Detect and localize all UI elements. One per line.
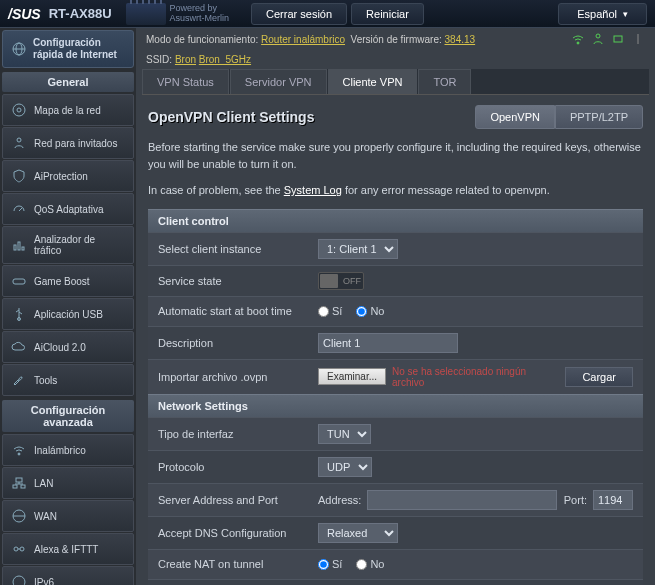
address-input[interactable] (367, 490, 557, 510)
wrench-icon (11, 372, 27, 388)
model-name: RT-AX88U (49, 6, 112, 21)
wan-icon (11, 508, 27, 524)
ssid1[interactable]: Bron (175, 54, 196, 65)
svg-rect-16 (21, 485, 25, 488)
svg-rect-7 (14, 245, 16, 250)
sidebar-item-gameboost[interactable]: Game Boost (2, 265, 134, 297)
main: Modo de funcionamiento: Router inalámbri… (136, 28, 655, 585)
autostart-yes[interactable] (318, 306, 329, 317)
svg-rect-9 (22, 247, 24, 250)
user-status-icon[interactable] (591, 32, 605, 46)
sidebar-item-usb[interactable]: Aplicación USB (2, 298, 134, 330)
svg-point-5 (17, 138, 21, 142)
openvpn-button[interactable]: OpenVPN (475, 105, 555, 129)
autostart-no[interactable] (356, 306, 367, 317)
nat-radio: Sí No (318, 558, 384, 570)
mode-link[interactable]: Router inalámbrico (261, 34, 345, 45)
ssid2[interactable]: Bron_5GHz (199, 54, 251, 65)
svg-line-6 (19, 208, 22, 211)
firmware-link[interactable]: 384.13 (445, 34, 476, 45)
svg-rect-14 (16, 478, 22, 482)
container: Configuración rápida de Internet General… (0, 28, 655, 585)
browse-button[interactable]: Examinar... (318, 368, 386, 385)
page-head: OpenVPN Client Settings OpenVPN PPTP/L2T… (148, 105, 643, 129)
alexa-icon (11, 541, 27, 557)
sidebar-item-aiprotection[interactable]: AiProtection (2, 160, 134, 192)
dns-select[interactable]: Relaxed (318, 523, 398, 543)
quick-setup-button[interactable]: Configuración rápida de Internet (2, 30, 134, 68)
section-general: General (2, 72, 134, 92)
powered-by: Powered by Asuswrt-Merlin (170, 4, 230, 24)
nat-yes[interactable] (318, 559, 329, 570)
section-client-control: Client control (148, 209, 643, 232)
sidebar-item-network-map[interactable]: Mapa de la red (2, 94, 134, 126)
sidebar: Configuración rápida de Internet General… (0, 28, 136, 585)
port-input[interactable] (593, 490, 633, 510)
sidebar-item-guest[interactable]: Red para invitados (2, 127, 134, 159)
proto-label: Protocolo (158, 461, 318, 473)
tab-vpn-client[interactable]: Cliente VPN (328, 69, 418, 94)
instance-label: Select client instance (158, 243, 318, 255)
sidebar-item-ipv6[interactable]: IPv6 (2, 566, 134, 585)
iface-select[interactable]: TUN (318, 424, 371, 444)
import-label: Importar archivo .ovpn (158, 371, 318, 383)
reboot-button[interactable]: Reiniciar (351, 3, 424, 25)
section-network: Network Settings (148, 394, 643, 417)
svg-rect-10 (13, 279, 25, 284)
sidebar-item-lan[interactable]: LAN (2, 467, 134, 499)
logout-button[interactable]: Cerrar sesión (251, 3, 347, 25)
gamepad-icon (11, 273, 27, 289)
protocol-buttons: OpenVPN PPTP/L2TP (475, 105, 643, 129)
sidebar-item-aicloud[interactable]: AiCloud 2.0 (2, 331, 134, 363)
eth-status-icon[interactable] (611, 32, 625, 46)
top-buttons: Cerrar sesión Reiniciar (249, 3, 426, 25)
wifi-status-icon[interactable] (571, 32, 585, 46)
nat-label: Create NAT on tunnel (158, 558, 318, 570)
autostart-label: Automatic start at boot time (158, 305, 318, 317)
svg-point-22 (20, 547, 24, 551)
svg-point-26 (577, 42, 579, 44)
description-1: Before starting the service make sure yo… (148, 139, 643, 172)
svg-rect-28 (614, 36, 622, 42)
status-icons (571, 32, 645, 46)
lan-icon (11, 475, 27, 491)
state-label: Service state (158, 275, 318, 287)
ssid-bar: SSID: Bron Bron_5GHz (136, 50, 655, 69)
svg-point-4 (17, 108, 21, 112)
description-input[interactable] (318, 333, 458, 353)
svg-point-27 (596, 34, 600, 38)
nat-no[interactable] (356, 559, 367, 570)
wifi-icon (11, 442, 27, 458)
header: /SUS RT-AX88U Powered by Asuswrt-Merlin … (0, 0, 655, 28)
guest-icon (11, 135, 27, 151)
info-bar: Modo de funcionamiento: Router inalámbri… (136, 28, 655, 50)
page-title: OpenVPN Client Settings (148, 109, 314, 125)
desc-label: Description (158, 337, 318, 349)
pptp-button[interactable]: PPTP/L2TP (555, 105, 643, 129)
sidebar-item-qos[interactable]: QoS Adaptativa (2, 193, 134, 225)
upload-button[interactable]: Cargar (565, 367, 633, 387)
tab-tor[interactable]: TOR (418, 69, 471, 94)
language-select[interactable]: Español (558, 3, 647, 25)
chart-icon (11, 237, 27, 253)
sidebar-item-tools[interactable]: Tools (2, 364, 134, 396)
ipv6-icon (11, 574, 27, 585)
sidebar-item-alexa[interactable]: Alexa & IFTTT (2, 533, 134, 565)
system-log-link[interactable]: System Log (284, 184, 342, 196)
sidebar-item-traffic[interactable]: Analizador de tráfico (2, 226, 134, 264)
description-2: In case of problem, see the System Log f… (148, 182, 643, 199)
brand-logo: /SUS (8, 6, 41, 22)
shield-icon (11, 168, 27, 184)
tabs: VPN Status Servidor VPN Cliente VPN TOR (142, 69, 649, 95)
sidebar-item-wan[interactable]: WAN (2, 500, 134, 532)
sidebar-item-wireless[interactable]: Inalámbrico (2, 434, 134, 466)
service-state-toggle[interactable]: OFF (318, 272, 364, 290)
autostart-radio: Sí No (318, 305, 384, 317)
proto-select[interactable]: UDP (318, 457, 372, 477)
svg-rect-8 (18, 242, 20, 250)
tab-vpn-status[interactable]: VPN Status (142, 69, 229, 94)
tab-vpn-server[interactable]: Servidor VPN (230, 69, 327, 94)
svg-point-3 (13, 104, 25, 116)
instance-select[interactable]: 1: Client 1 (318, 239, 398, 259)
usb-status-icon[interactable] (631, 32, 645, 46)
